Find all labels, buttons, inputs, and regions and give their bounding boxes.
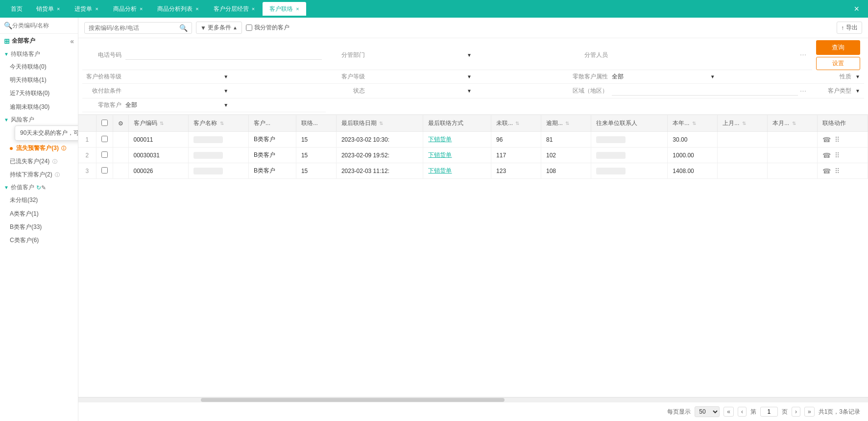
region-dots[interactable]: ··· — [798, 87, 808, 96]
customer-level-select[interactable]: ▼ — [369, 74, 565, 79]
more-actions-icon[interactable]: ⠿ — [835, 136, 840, 144]
tab-purchase[interactable]: 进货单 × — [68, 2, 105, 16]
tab-product-analysis-list[interactable]: 商品分析列表 × — [150, 2, 205, 16]
more-actions-icon[interactable]: ⠿ — [835, 167, 840, 175]
row-level: B类客户 — [249, 132, 296, 148]
region-input[interactable] — [612, 86, 797, 96]
prev-page-btn[interactable]: ‹ — [738, 407, 747, 417]
nature-select[interactable]: ▼ — [855, 74, 860, 79]
contact-icon[interactable]: ☎ — [822, 136, 831, 144]
filter-status: 状态 ▼ — [326, 84, 569, 99]
sidebar-all-customers[interactable]: ⊞ 全部客户 « — [0, 34, 78, 48]
phone-input[interactable] — [125, 50, 322, 60]
tab-close-customer-contact[interactable]: × — [296, 6, 299, 12]
row-check[interactable] — [96, 132, 113, 148]
next-page-btn[interactable]: › — [792, 407, 800, 417]
th-overdue[interactable]: 逾期... ⇅ — [541, 115, 591, 132]
top-tabbar: 首页 销货单 × 进货单 × 商品分析 × 商品分析列表 × 客户分层经营 × … — [0, 0, 868, 18]
sidebar-item-classB[interactable]: B类客户(33) — [0, 221, 78, 234]
th-check[interactable] — [96, 115, 113, 132]
th-last-month[interactable]: 上月... ⇅ — [718, 115, 768, 132]
last-page-btn[interactable]: » — [804, 407, 815, 417]
row-last-way[interactable]: 下销货单 — [423, 163, 491, 179]
row-last-date: 2023-02-09 19:52: — [336, 148, 423, 163]
th-this-month[interactable]: 本月... ⇅ — [768, 115, 818, 132]
sidebar-item-churn-warning[interactable]: 流失预警客户(3) ⓘ — [0, 142, 78, 155]
row-checkbox[interactable] — [101, 151, 108, 158]
more-conditions-btn[interactable]: ▼ 更多条件 ▲ — [196, 22, 242, 34]
contact-icon[interactable]: ☎ — [822, 167, 831, 175]
my-customers-checkbox[interactable] — [246, 25, 252, 31]
th-code[interactable]: 客户编码 ⇅ — [128, 115, 189, 132]
row-check[interactable] — [96, 163, 113, 179]
select-all-checkbox[interactable] — [101, 120, 108, 126]
customer-level-arrow: ▼ — [467, 74, 565, 79]
th-last-date[interactable]: 最后联络日期 ⇅ — [336, 115, 423, 132]
tab-customer-segmentation[interactable]: 客户分层经营 × — [207, 2, 262, 16]
sidebar-item-classA[interactable]: A类客户(1) — [0, 207, 78, 221]
sidebar-item-classC[interactable]: C类客户(6) — [0, 234, 78, 247]
th-settings[interactable]: ⚙ — [113, 115, 128, 132]
sidebar-item-tomorrow[interactable]: 明天待联络(1) — [0, 74, 78, 87]
tab-close-customer-segmentation[interactable]: × — [252, 6, 255, 12]
sidebar-item-declining[interactable]: 持续下滑客户(2) ⓘ — [0, 168, 78, 181]
row-last-way[interactable]: 下销货单 — [423, 132, 491, 148]
sort-icon-date: ⇅ — [379, 121, 383, 126]
tab-salesorder[interactable]: 销货单 × — [29, 2, 67, 16]
export-button[interactable]: ↑ 导出 — [837, 22, 862, 34]
sidebar-item-today[interactable]: 今天待联络(0) — [0, 60, 78, 74]
sidebar-collapse-btn[interactable]: « — [70, 37, 74, 45]
search-button-icon[interactable]: 🔍 — [179, 24, 188, 32]
tab-customer-contact[interactable]: 客户联络 × — [263, 2, 306, 16]
sidebar-item-7days[interactable]: 近7天待联络(0) — [0, 87, 78, 100]
contact-icon[interactable]: ☎ — [822, 151, 831, 159]
sidebar-section-risk[interactable]: ▼ 风险客户 — [0, 114, 78, 126]
th-this-year[interactable]: 本年... ⇅ — [668, 115, 718, 132]
price-level-select[interactable]: ▼ — [125, 74, 322, 79]
row-level: B类客户 — [249, 163, 296, 179]
refresh-icon[interactable]: ↻ — [36, 184, 41, 191]
search-input[interactable] — [89, 25, 179, 31]
th-not-contact[interactable]: 未联... ⇅ — [491, 115, 541, 132]
row-last-way[interactable]: 下销货单 — [423, 148, 491, 163]
page-number-input[interactable] — [760, 407, 778, 417]
tab-home[interactable]: 首页 — [4, 2, 29, 16]
tab-product-analysis[interactable]: 商品分析 × — [106, 2, 149, 16]
first-page-btn[interactable]: « — [723, 407, 734, 417]
customer-type-select[interactable]: ▼ — [855, 88, 860, 94]
th-level: 客户... — [249, 115, 296, 132]
tab-close-purchase[interactable]: × — [95, 6, 98, 12]
settings-icon[interactable]: ⚙ — [118, 120, 123, 127]
tab-close-product-analysis[interactable]: × — [140, 6, 143, 12]
sidebar-item-overdue[interactable]: 逾期未联络(30) — [0, 100, 78, 114]
payment-select[interactable]: ▼ — [125, 88, 322, 94]
sidebar-item-churned[interactable]: 已流失客户(24) ⓘ — [0, 155, 78, 168]
horizontal-scrollbar[interactable] — [78, 397, 868, 402]
status-select[interactable]: ▼ — [369, 88, 565, 94]
sidebar-section-value[interactable]: ▼ 价值客户 ↻ ✎ — [0, 181, 78, 194]
sidebar-search-input[interactable] — [12, 22, 78, 29]
search-input-box[interactable]: 🔍 — [84, 22, 192, 34]
query-button[interactable]: 查询 — [816, 40, 860, 55]
tab-close-product-analysis-list[interactable]: × — [195, 6, 198, 12]
setting-button[interactable]: 设置 — [816, 57, 860, 70]
row-checkbox[interactable] — [101, 167, 108, 173]
retail-attr-select[interactable]: 全部 ▼ — [612, 73, 808, 81]
row-check[interactable] — [96, 148, 113, 163]
dept-select[interactable]: ▼ — [369, 52, 565, 58]
my-customers-checkbox-label[interactable]: 我分管的客户 — [246, 24, 289, 32]
sidebar-item-ungrouped[interactable]: 未分组(32) — [0, 194, 78, 207]
more-actions-icon[interactable]: ⠿ — [835, 151, 840, 159]
th-name[interactable]: 客户名称 ⇅ — [189, 115, 249, 132]
row-checkbox[interactable] — [101, 136, 108, 142]
tab-close-salesorder[interactable]: × — [57, 6, 60, 12]
row-unit-contact — [591, 148, 668, 163]
page-size-select[interactable]: 50 20 100 — [695, 406, 720, 417]
filter-dept: 分管部门 ▼ — [326, 40, 569, 70]
window-close-button[interactable]: × — [849, 4, 864, 14]
person-dots[interactable]: ··· — [798, 50, 808, 59]
retail-customer-select[interactable]: 全部 ▼ — [125, 101, 322, 109]
edit-icon[interactable]: ✎ — [41, 184, 46, 191]
sidebar-section-pending[interactable]: ▼ 待联络客户 — [0, 48, 78, 60]
scroll-thumb[interactable] — [201, 398, 505, 402]
